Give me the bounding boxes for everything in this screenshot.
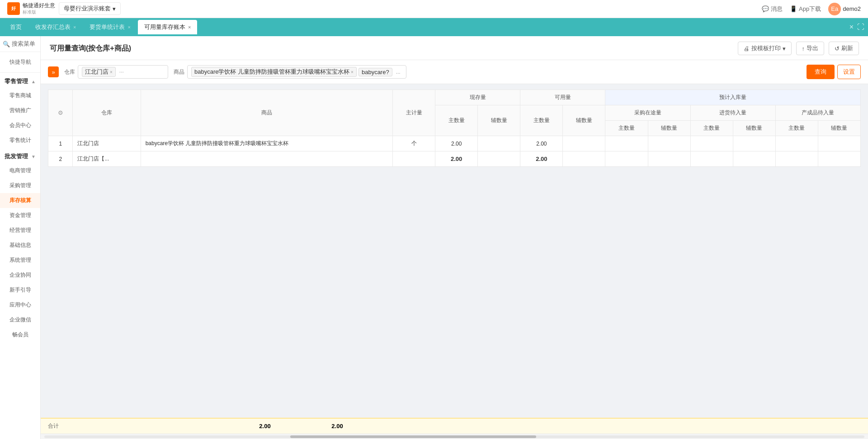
expand-window-button[interactable]: ⛶ — [857, 23, 864, 31]
page-title-row: 可用量查询(按仓库+商品) 🖨 按模板打印 ▾ ↑ 导出 ↺ 刷新 — [50, 42, 859, 60]
row2-pp-aux — [818, 151, 860, 167]
chevron-down-icon: ▾ — [113, 5, 116, 12]
sidebar-item-finance[interactable]: 资金管理 — [0, 208, 40, 223]
tab-available-stock-close[interactable]: × — [188, 24, 191, 30]
product-dots[interactable]: ... — [394, 69, 402, 75]
user-profile[interactable]: Ea demo2 — [828, 3, 861, 15]
tab-receive-send-label: 收发存汇总表 — [35, 23, 71, 31]
top-bar-left: 好 畅捷通好生意 标准版 母婴行业演示账套 ▾ — [7, 2, 121, 15]
sidebar-section-retail-label: 零售管理 — [5, 77, 28, 85]
col-current-stock-header: 现存量 — [435, 90, 520, 105]
col-settings-header: ⚙ — [48, 90, 73, 136]
filter-actions: 查询 设置 — [807, 65, 861, 79]
filter-row: » 仓库 江北门店 × ··· 商品 babycare学饮杯 儿童防摔防撞吸管杯… — [41, 60, 868, 84]
horizontal-scrollbar-thumb[interactable] — [290, 435, 536, 438]
app-icon: 📱 — [790, 5, 797, 12]
col-production-pending-group: 产成品待入量 — [775, 105, 860, 121]
message-nav[interactable]: 💬 消息 — [762, 5, 783, 13]
sidebar-item-retail-shop[interactable]: 零售商城 — [0, 88, 40, 103]
table-footer: 合计 2.00 2.00 — [41, 418, 868, 434]
row2-pp-main — [775, 151, 818, 167]
row1-pt-aux — [648, 136, 690, 151]
row1-pp-aux — [818, 136, 860, 151]
sidebar-item-ecommerce[interactable]: 电商管理 — [0, 163, 40, 178]
sidebar-section-retail-header[interactable]: 零售管理 ▲ — [0, 73, 40, 88]
horizontal-scrollbar-track[interactable] — [44, 435, 864, 438]
sidebar-item-guide[interactable]: 新手引导 — [0, 283, 40, 297]
row1-available-aux — [563, 136, 605, 151]
refresh-button[interactable]: ↺ 刷新 — [829, 42, 859, 55]
tab-order-stats-close[interactable]: × — [127, 24, 130, 30]
col-ip-aux-header: 辅数量 — [733, 121, 775, 136]
col-pt-main-header: 主数量 — [605, 121, 648, 136]
footer-label: 合计 — [48, 422, 102, 430]
col-unit-header: 主计量 — [393, 90, 435, 136]
tab-receive-send[interactable]: 收发存汇总表 × — [29, 20, 82, 34]
sidebar-item-apps[interactable]: 应用中心 — [0, 297, 40, 312]
row1-available-main: 2.00 — [520, 136, 563, 151]
row1-unit: 个 — [393, 136, 435, 151]
col-ip-main-header: 主数量 — [690, 121, 733, 136]
sidebar-item-system[interactable]: 系统管理 — [0, 253, 40, 268]
settings-button[interactable]: 设置 — [837, 65, 861, 79]
chevron-down-icon-wholesale: ▼ — [31, 154, 36, 159]
col-settings-icon[interactable]: ⚙ — [58, 109, 63, 116]
col-incoming-pending-group: 进货待入量 — [690, 105, 775, 121]
tab-receive-send-close[interactable]: × — [73, 24, 76, 30]
close-all-tabs-button[interactable]: × — [849, 23, 854, 31]
sidebar-item-quick-nav[interactable]: 快捷导航 — [0, 54, 40, 71]
sidebar-nav: 快捷导航 — [0, 52, 40, 73]
row2-available-aux — [563, 151, 605, 167]
warehouse-tag-jiangbei: 江北门店 × — [82, 67, 116, 77]
sidebar-item-wechat[interactable]: 企业微信 — [0, 312, 40, 327]
sidebar-item-basic[interactable]: 基础信息 — [0, 238, 40, 253]
col-product-header: 商品 — [141, 90, 392, 136]
refresh-label: 刷新 — [841, 44, 853, 52]
sidebar-item-members[interactable]: 会员中心 — [0, 118, 40, 133]
sidebar-section-wholesale-header[interactable]: 批发管理 ▼ — [0, 148, 40, 163]
username: demo2 — [843, 5, 861, 12]
content-area: 可用量查询(按仓库+商品) 🖨 按模板打印 ▾ ↑ 导出 ↺ 刷新 — [41, 36, 868, 439]
row2-warehouse: 江北门店【... — [73, 151, 141, 167]
tab-bar-actions: × ⛶ — [849, 23, 864, 31]
warehouse-dots[interactable]: ··· — [118, 69, 126, 75]
industry-selector[interactable]: 母婴行业演示账套 ▾ — [59, 2, 121, 15]
col-pp-main-header: 主数量 — [775, 121, 818, 136]
product-filter-input[interactable]: babycare学饮杯 儿童防摔防撞吸管杯重力球吸嘴杯宝宝水杯 × babyca… — [187, 65, 406, 79]
top-bar: 好 畅捷通好生意 标准版 母婴行业演示账套 ▾ 💬 消息 📱 App下载 Ea … — [0, 0, 868, 18]
product-filter-group: 商品 babycare学饮杯 儿童防摔防撞吸管杯重力球吸嘴杯宝宝水杯 × bab… — [174, 65, 406, 79]
page-title: 可用量查询(按仓库+商品) — [50, 44, 131, 53]
footer-current-main: 2.00 — [247, 423, 283, 430]
chevron-down-icon-print: ▾ — [783, 45, 786, 52]
sidebar-item-enterprise[interactable]: 企业协同 — [0, 268, 40, 283]
filter-expand-button[interactable]: » — [48, 66, 59, 77]
product-filter-label: 商品 — [174, 68, 184, 76]
sidebar-item-retail-stats[interactable]: 零售统计 — [0, 133, 40, 148]
sidebar-search-label: 搜索菜单 — [12, 40, 35, 48]
col-current-main-header: 主数量 — [435, 105, 478, 136]
row1-ip-main — [690, 136, 733, 151]
print-template-button[interactable]: 🖨 按模板打印 ▾ — [738, 42, 792, 55]
col-forecast-inbound-header: 预计入库量 — [605, 90, 861, 105]
app-download-nav[interactable]: 📱 App下载 — [790, 5, 821, 13]
product-tag-close[interactable]: × — [351, 70, 354, 75]
tab-home[interactable]: 首页 — [4, 20, 28, 34]
tab-available-stock[interactable]: 可用量库存账本 × — [138, 20, 197, 34]
sidebar-item-operations[interactable]: 经营管理 — [0, 223, 40, 238]
sidebar-search[interactable]: 🔍 搜索菜单 — [0, 36, 40, 52]
export-button[interactable]: ↑ 导出 — [796, 42, 825, 55]
search-icon: 🔍 — [3, 41, 10, 47]
sidebar-item-member[interactable]: 畅会员 — [0, 327, 40, 342]
query-button[interactable]: 查询 — [807, 65, 835, 79]
sidebar-item-marketing[interactable]: 营销推广 — [0, 103, 40, 118]
row2-available-main: 2.00 — [520, 151, 563, 167]
warehouse-filter-input[interactable]: 江北门店 × ··· — [78, 65, 168, 79]
tab-order-stats[interactable]: 要货单统计表 × — [83, 20, 137, 34]
table-area: ⚙ 仓库 商品 主计量 现存量 可用量 预计入库量 主数量 辅数量 主数量 辅数… — [41, 84, 868, 418]
sidebar-item-inventory[interactable]: 库存核算 — [0, 193, 40, 208]
row2-unit — [393, 151, 435, 167]
data-table: ⚙ 仓库 商品 主计量 现存量 可用量 预计入库量 主数量 辅数量 主数量 辅数… — [48, 90, 861, 167]
warehouse-tag-close[interactable]: × — [110, 70, 113, 75]
sidebar-item-purchase[interactable]: 采购管理 — [0, 178, 40, 193]
row1-warehouse: 江北门店 — [73, 136, 141, 151]
